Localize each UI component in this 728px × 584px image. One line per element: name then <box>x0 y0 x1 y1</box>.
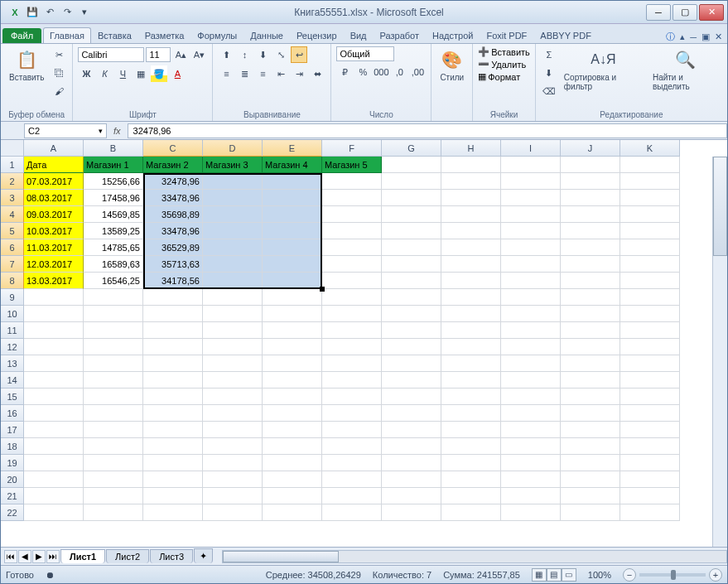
row-header-15[interactable]: 15 <box>1 389 24 405</box>
tab-home[interactable]: Главная <box>43 27 91 43</box>
cell[interactable] <box>322 372 382 389</box>
cell[interactable] <box>322 306 382 322</box>
cell[interactable] <box>322 173 382 190</box>
cell[interactable] <box>263 273 322 289</box>
cell[interactable]: Магазин 2 <box>143 157 203 173</box>
col-header-D[interactable]: D <box>203 140 263 157</box>
col-header-G[interactable]: G <box>382 140 441 157</box>
find-select-button[interactable]: 🔍 Найти и выделить <box>649 46 722 93</box>
cell[interactable] <box>203 239 263 256</box>
redo-icon[interactable]: ↷ <box>60 5 75 20</box>
cell[interactable] <box>203 306 263 322</box>
row-header-17[interactable]: 17 <box>1 422 24 438</box>
col-header-K[interactable]: K <box>620 140 680 157</box>
sheet-tab-3[interactable]: Лист3 <box>150 549 193 563</box>
tab-formulas[interactable]: Формулы <box>190 27 243 43</box>
zoom-out-button[interactable]: − <box>623 568 636 582</box>
cell[interactable]: 35698,89 <box>143 206 203 223</box>
cell[interactable] <box>203 355 263 372</box>
cell[interactable] <box>263 256 322 273</box>
cell[interactable] <box>203 488 263 504</box>
cell[interactable] <box>620 306 680 322</box>
format-cells-button[interactable]: ▦Формат <box>478 71 520 82</box>
row-header-18[interactable]: 18 <box>1 438 24 455</box>
align-center-icon[interactable]: ≣ <box>236 65 253 82</box>
cell[interactable] <box>322 355 382 372</box>
cell[interactable] <box>561 372 620 389</box>
col-header-A[interactable]: A <box>24 140 84 157</box>
cell[interactable] <box>382 306 441 322</box>
cell[interactable] <box>263 488 322 504</box>
cell[interactable] <box>441 504 501 521</box>
comma-icon[interactable]: 000 <box>373 64 389 80</box>
zoom-slider[interactable] <box>639 573 706 577</box>
cell[interactable] <box>84 322 143 339</box>
cell[interactable] <box>441 239 501 256</box>
horizontal-scrollbar[interactable] <box>222 550 727 563</box>
cell[interactable] <box>561 355 620 372</box>
cell[interactable] <box>322 239 382 256</box>
cell[interactable] <box>203 223 263 239</box>
doc-restore-icon[interactable]: ▣ <box>701 31 710 42</box>
close-button[interactable]: ✕ <box>699 4 724 21</box>
cell[interactable] <box>203 372 263 389</box>
tab-layout[interactable]: Разметка <box>138 27 191 43</box>
cell[interactable] <box>263 239 322 256</box>
cell[interactable]: 16589,63 <box>84 256 143 273</box>
fill-handle[interactable] <box>320 287 325 292</box>
cell[interactable] <box>501 239 561 256</box>
doc-minimize-icon[interactable]: ─ <box>690 32 697 42</box>
cell[interactable] <box>263 206 322 223</box>
align-left-icon[interactable]: ≡ <box>218 65 234 82</box>
cell[interactable] <box>501 223 561 239</box>
cell[interactable] <box>620 339 680 355</box>
cell[interactable] <box>620 422 680 438</box>
cell[interactable] <box>143 471 203 488</box>
cell[interactable] <box>322 471 382 488</box>
cell[interactable] <box>501 339 561 355</box>
cell[interactable]: 12.03.2017 <box>24 256 84 273</box>
cell[interactable] <box>24 306 84 322</box>
cell[interactable] <box>441 223 501 239</box>
cell[interactable] <box>203 405 263 422</box>
cell[interactable] <box>501 306 561 322</box>
cell[interactable] <box>441 471 501 488</box>
cell[interactable] <box>561 206 620 223</box>
cell[interactable] <box>322 273 382 289</box>
cell[interactable] <box>561 306 620 322</box>
cell[interactable] <box>561 339 620 355</box>
cell[interactable] <box>382 206 441 223</box>
cell[interactable] <box>84 504 143 521</box>
cell[interactable] <box>620 405 680 422</box>
cell[interactable]: 14569,85 <box>84 206 143 223</box>
cell[interactable] <box>382 256 441 273</box>
row-header-12[interactable]: 12 <box>1 339 24 355</box>
cell[interactable] <box>561 322 620 339</box>
cell[interactable]: Дата <box>24 157 84 173</box>
cell[interactable] <box>84 339 143 355</box>
view-buttons[interactable]: ▦▤▭ <box>532 568 576 582</box>
cell[interactable] <box>561 405 620 422</box>
row-header-2[interactable]: 2 <box>1 173 24 190</box>
fill-icon[interactable]: ⬇ <box>541 65 557 81</box>
insert-cells-button[interactable]: ➕Вставить <box>478 46 530 57</box>
cell[interactable]: 33478,96 <box>143 223 203 239</box>
number-format-combo[interactable]: Общий <box>336 46 394 61</box>
format-painter-icon[interactable]: 🖌 <box>51 83 67 99</box>
cell[interactable] <box>441 206 501 223</box>
minimize-ribbon-icon[interactable]: ▴ <box>680 31 685 42</box>
styles-button[interactable]: 🎨 Стили <box>436 46 467 84</box>
cell[interactable] <box>84 289 143 306</box>
cell[interactable] <box>84 389 143 405</box>
cell[interactable] <box>203 256 263 273</box>
cell[interactable]: 13.03.2017 <box>24 273 84 289</box>
cell[interactable] <box>620 273 680 289</box>
cell[interactable] <box>143 422 203 438</box>
cell[interactable] <box>143 438 203 455</box>
tab-file[interactable]: Файл <box>2 28 41 43</box>
cell[interactable] <box>620 372 680 389</box>
cell[interactable] <box>263 471 322 488</box>
cell[interactable]: Магазин 5 <box>322 157 382 173</box>
row-header-8[interactable]: 8 <box>1 273 24 289</box>
cell[interactable] <box>561 157 620 173</box>
